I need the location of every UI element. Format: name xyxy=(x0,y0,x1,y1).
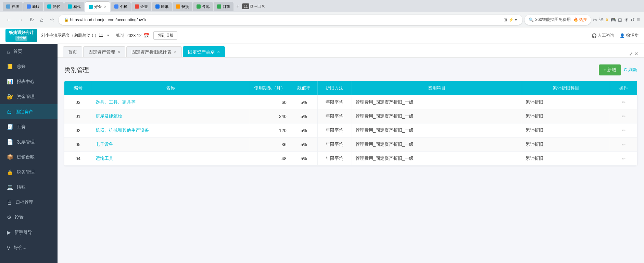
table-cell: 120 xyxy=(249,123,290,138)
add-button[interactable]: + 新增 xyxy=(599,64,621,75)
action-cell[interactable]: ✏ xyxy=(610,152,637,166)
sidebar-item-checkout[interactable]: 💻 结账 xyxy=(0,180,58,195)
favicon-t5 xyxy=(89,5,93,9)
scissors-button[interactable]: ✂ xyxy=(593,17,597,23)
new-tab-button[interactable]: + xyxy=(234,3,241,9)
sidebar-item-settings[interactable]: ⚙ 设置 xyxy=(0,210,58,225)
table-cell: 240 xyxy=(249,109,290,123)
switch-version-button[interactable]: 切到旧版 xyxy=(153,31,177,40)
action-cell[interactable]: ✏ xyxy=(610,138,637,152)
col-code: 编号 xyxy=(64,81,92,95)
sidebar-label: 总账 xyxy=(17,63,26,70)
maximize-window-button[interactable]: □ xyxy=(258,3,261,9)
col-method: 折旧方法 xyxy=(317,81,352,95)
currency-button[interactable]: ¥ xyxy=(606,17,608,22)
browser-tab-t1[interactable]: 在线 xyxy=(3,2,23,11)
browser-tab-t4[interactable]: 易代 xyxy=(64,2,84,11)
sidebar-item-reports[interactable]: 📊 报表中心 xyxy=(0,74,58,89)
tab-fixed-assets-category[interactable]: 固定资产类别 ✕ xyxy=(183,46,225,57)
bookmark-button[interactable]: ☆ xyxy=(48,15,56,24)
settings-icon: ⚙ xyxy=(7,214,11,220)
browser-tab-t11[interactable]: 目前 xyxy=(214,2,233,11)
sidebar-item-guide[interactable]: ▶ 新手引导 xyxy=(0,225,58,240)
table-row: 03器具、工具、家具等605%年限平均管理费用_固定资产折旧_一级累计折旧✏ xyxy=(64,95,637,109)
user-info: 刘小艳演示系套（勿删勿动！）11 xyxy=(41,33,103,38)
refresh-button[interactable]: C 刷新 xyxy=(624,67,637,73)
forward-button[interactable]: → xyxy=(16,15,25,24)
table-cell: 03 xyxy=(64,95,92,109)
period-area: 账期 2023-12 📅 xyxy=(116,33,149,38)
sidebar-item-invoice[interactable]: 📄 发票管理 xyxy=(0,134,58,150)
favicon-t6 xyxy=(114,4,118,9)
translate-button[interactable]: 译 xyxy=(599,17,604,23)
sidebar-item-archive[interactable]: 🗄 归档管理 xyxy=(0,195,58,210)
tab-fixed-assets-mgmt[interactable]: 固定资产管理 ✕ xyxy=(83,46,125,57)
address-input[interactable]: 🔒 https://cloud.chanjet.com/accounting/u… xyxy=(59,15,523,25)
sidebar-item-ledger[interactable]: 📒 总账 xyxy=(0,59,58,74)
tab-close-fixed-assets-mgmt[interactable]: ✕ xyxy=(117,50,120,54)
action-cell[interactable]: ✏ xyxy=(610,109,637,123)
table-cell: 48 xyxy=(249,152,290,166)
sidebar-item-salary[interactable]: 🧾 工资 xyxy=(0,119,58,134)
user-label: 徐泽华 xyxy=(626,33,639,38)
sidebar-item-home[interactable]: ⌂ 首页 xyxy=(0,44,58,59)
sidebar-item-more[interactable]: V 好会... xyxy=(0,240,58,255)
game-button[interactable]: 🎮 xyxy=(610,17,616,22)
table-cell: 5% xyxy=(290,138,317,152)
calendar-icon[interactable]: 📅 xyxy=(143,33,149,38)
sidebar-item-funds[interactable]: 🔐 资金管理 xyxy=(0,89,58,104)
tab-label: 在线 xyxy=(12,4,19,9)
tab-close-t5[interactable]: ✕ xyxy=(104,5,106,9)
browser-tab-t6[interactable]: 个税 xyxy=(111,2,131,11)
favicon-t3 xyxy=(47,4,51,9)
search-area[interactable]: 🔍 360智能抠图免费用 🔥 热搜 xyxy=(525,15,591,25)
home-button[interactable]: ⌂ xyxy=(38,15,46,24)
sidebar-item-inventory[interactable]: 📦 进销台账 xyxy=(0,150,58,165)
user-profile[interactable]: 👤 徐泽华 xyxy=(620,33,639,38)
table-cell: 年限平均 xyxy=(317,123,352,138)
page-header: 类别管理 + 新增 C 刷新 xyxy=(64,64,637,75)
tab-home[interactable]: 首页 xyxy=(63,46,82,57)
tab-depreciation-report[interactable]: 固定资产折旧统计表 ✕ xyxy=(126,46,182,57)
service-label: 人工咨询 xyxy=(598,33,614,38)
table-cell: 累计折旧 xyxy=(522,95,610,109)
tab-label: 企业 xyxy=(140,4,148,9)
hot-label: 🔥 热搜 xyxy=(573,17,587,22)
browser-tab-t7[interactable]: 企业 xyxy=(131,2,151,11)
minimize-window-button[interactable]: − xyxy=(254,3,257,9)
tab-count-badge[interactable]: 11 xyxy=(242,3,249,9)
browser-tab-t5-active[interactable]: 好会 ✕ xyxy=(85,1,110,12)
action-cell[interactable]: ✏ xyxy=(610,123,637,138)
restore-window-button[interactable]: ⧉ xyxy=(250,3,253,9)
favicon-t9 xyxy=(176,4,180,9)
expand-panel-button[interactable]: ⤢ xyxy=(629,51,633,57)
undo-button[interactable]: ↺ xyxy=(631,17,635,23)
sidebar-item-fixed-assets[interactable]: 🗂 固定资产 xyxy=(0,104,58,119)
brightness-button[interactable]: ☀ xyxy=(624,17,629,23)
browser-tab-t8[interactable]: 腾讯 xyxy=(152,2,172,11)
tab-close-category[interactable]: ✕ xyxy=(217,50,220,54)
table-cell: 年限平均 xyxy=(317,109,352,123)
sidebar-item-tax[interactable]: 🔒 税务管理 xyxy=(0,165,58,180)
tab-label: 固定资产折旧统计表 xyxy=(131,49,172,55)
funds-icon: 🔐 xyxy=(7,94,13,100)
service-button[interactable]: 🎧 人工咨询 xyxy=(592,33,614,38)
browser-tab-t2[interactable]: 新版 xyxy=(23,2,43,11)
content-tab-bar: 首页 固定资产管理 ✕ 固定资产折旧统计表 ✕ 固定资产类别 ✕ xyxy=(58,44,644,58)
dropdown-icon[interactable]: ▾ xyxy=(107,33,109,38)
table-cell: 机器、机械和其他生产设备 xyxy=(92,123,249,138)
browser-tab-t10[interactable]: 各地 xyxy=(193,2,213,11)
browser-tab-t9[interactable]: 畅提 xyxy=(173,2,192,11)
table-row: 02机器、机械和其他生产设备1205%年限平均管理费用_固定资产折旧_一级累计折… xyxy=(64,123,637,138)
back-button[interactable]: ← xyxy=(4,15,14,24)
refresh-button[interactable]: ↻ xyxy=(27,15,36,24)
grid-button[interactable]: ⊞ xyxy=(618,17,622,23)
close-panel-button[interactable]: ✕ xyxy=(634,51,639,57)
action-cell[interactable]: ✏ xyxy=(610,95,637,109)
tab-close-depreciation[interactable]: ✕ xyxy=(174,50,177,54)
menu-button[interactable]: ≡ xyxy=(637,17,640,23)
tab-label: 各地 xyxy=(202,4,210,9)
browser-tab-t3[interactable]: 易代 xyxy=(44,2,64,11)
close-window-button[interactable]: ✕ xyxy=(261,3,265,9)
col-name: 名称 xyxy=(92,81,249,95)
